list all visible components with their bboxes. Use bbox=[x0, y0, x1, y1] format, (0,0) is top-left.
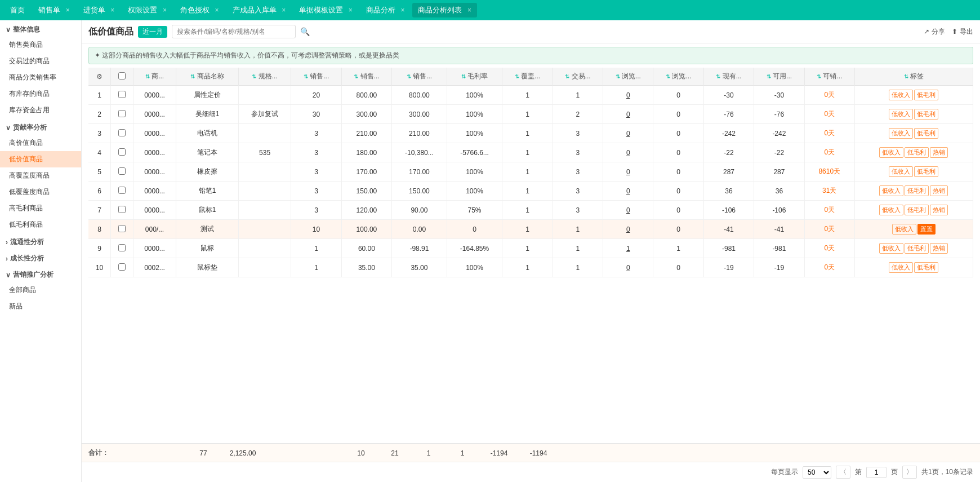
col-saleable[interactable]: ⇅ 可销... bbox=[804, 68, 854, 86]
row-checkbox[interactable] bbox=[118, 110, 126, 117]
row-sales-qty: 10 bbox=[291, 220, 341, 239]
col-settings[interactable]: ⚙ bbox=[88, 68, 111, 86]
close-icon[interactable]: × bbox=[282, 6, 286, 14]
close-icon[interactable]: × bbox=[110, 6, 114, 14]
sidebar-item-category-rate[interactable]: 商品分类销售率 bbox=[0, 69, 81, 86]
row-browse1[interactable]: 0 bbox=[603, 143, 653, 162]
sidebar-item-high-coverage[interactable]: 高覆盖度商品 bbox=[0, 167, 81, 184]
close-icon[interactable]: × bbox=[349, 6, 353, 14]
row-name: 鼠标垫 bbox=[176, 258, 239, 277]
row-checkbox[interactable] bbox=[118, 148, 126, 156]
sidebar-item-in-stock[interactable]: 有库存的商品 bbox=[0, 86, 81, 102]
sidebar-group-overall[interactable]: ∨ 整体信息 bbox=[0, 20, 81, 37]
row-checkbox[interactable] bbox=[118, 263, 126, 271]
nav-home[interactable]: 首页 bbox=[5, 3, 30, 17]
close-icon[interactable]: × bbox=[163, 6, 167, 14]
col-gross-margin[interactable]: ⇅ 毛利率 bbox=[447, 68, 502, 86]
select-all-checkbox[interactable] bbox=[118, 72, 126, 79]
col-available[interactable]: ⇅ 可用... bbox=[754, 68, 804, 86]
row-checkbox[interactable] bbox=[118, 206, 126, 213]
col-coverage[interactable]: ⇅ 覆盖... bbox=[502, 68, 553, 86]
sidebar-item-low-value[interactable]: 低价值商品 bbox=[0, 151, 81, 167]
row-browse2: 0 bbox=[653, 143, 703, 162]
col-name[interactable]: ⇅ 商品名称 bbox=[176, 68, 239, 86]
sidebar-item-low-coverage[interactable]: 低覆盖度商品 bbox=[0, 184, 81, 200]
row-browse1[interactable]: 0 bbox=[603, 258, 653, 277]
nav-analysis[interactable]: 商品分析 × bbox=[360, 3, 411, 17]
nav-purchase[interactable]: 进货单 × bbox=[78, 3, 121, 17]
row-browse1[interactable]: 0 bbox=[603, 86, 653, 105]
sidebar-item-high-margin[interactable]: 高毛利商品 bbox=[0, 200, 81, 216]
row-checkbox-cell[interactable] bbox=[111, 143, 133, 162]
nav-product-stock[interactable]: 产成品入库单 × bbox=[227, 3, 292, 17]
col-current-stock[interactable]: ⇅ 现有... bbox=[703, 68, 754, 86]
row-checkbox-cell[interactable] bbox=[111, 239, 133, 258]
sidebar-item-sales-products[interactable]: 销售类商品 bbox=[0, 37, 81, 53]
col-spec[interactable]: ⇅ 规格... bbox=[238, 68, 291, 86]
sidebar-group-marketing[interactable]: ∨ 营销推广分析 bbox=[0, 266, 81, 282]
row-checkbox[interactable] bbox=[118, 91, 126, 98]
row-browse1[interactable]: 0 bbox=[603, 162, 653, 182]
close-icon[interactable]: × bbox=[215, 6, 219, 14]
page-input[interactable] bbox=[866, 467, 887, 478]
sidebar-group-circulation[interactable]: › 流通性分析 bbox=[0, 233, 81, 249]
table-footer: 合计： 77 2,125.00 10 21 1 1 -1194 -1194 bbox=[82, 443, 980, 462]
col-code[interactable]: ⇅ 商... bbox=[133, 68, 176, 86]
col-checkbox[interactable] bbox=[111, 68, 133, 86]
sidebar-group-growth[interactable]: › 成长性分析 bbox=[0, 249, 81, 266]
nav-analysis-list[interactable]: 商品分析列表 × bbox=[412, 3, 477, 17]
close-icon[interactable]: × bbox=[66, 6, 70, 14]
page-size-select[interactable]: 50 100 bbox=[803, 466, 831, 479]
row-browse1[interactable]: 0 bbox=[603, 105, 653, 124]
sidebar-item-high-value[interactable]: 高价值商品 bbox=[0, 135, 81, 151]
sidebar-item-low-margin[interactable]: 低毛利商品 bbox=[0, 216, 81, 233]
search-icon[interactable]: 🔍 bbox=[300, 27, 310, 36]
export-button[interactable]: ⬆ 导出 bbox=[952, 27, 973, 37]
row-checkbox-cell[interactable] bbox=[111, 220, 133, 239]
sidebar-item-new-products[interactable]: 新品 bbox=[0, 298, 81, 315]
row-checkbox-cell[interactable] bbox=[111, 182, 133, 201]
content-header: 低价值商品 近一月 🔍 ↗ 分享 ⬆ 导出 bbox=[82, 20, 980, 43]
sidebar-item-all-products[interactable]: 全部商品 bbox=[0, 282, 81, 298]
col-sales-amt2[interactable]: ⇅ 销售... bbox=[392, 68, 447, 86]
sidebar-item-capital[interactable]: 库存资金占用 bbox=[0, 102, 81, 118]
date-badge[interactable]: 近一月 bbox=[138, 26, 167, 38]
row-checkbox-cell[interactable] bbox=[111, 258, 133, 277]
row-checkbox[interactable] bbox=[118, 244, 126, 251]
row-checkbox-cell[interactable] bbox=[111, 201, 133, 220]
row-browse1[interactable]: 1 bbox=[603, 239, 653, 258]
row-browse1[interactable]: 0 bbox=[603, 182, 653, 201]
row-checkbox[interactable] bbox=[118, 187, 126, 194]
nav-template[interactable]: 单据模板设置 × bbox=[293, 3, 358, 17]
col-sales-amt1[interactable]: ⇅ 销售... bbox=[341, 68, 391, 86]
share-button[interactable]: ↗ 分享 bbox=[924, 27, 945, 37]
row-browse1[interactable]: 0 bbox=[603, 201, 653, 220]
row-checkbox-cell[interactable] bbox=[111, 86, 133, 105]
row-checkbox-cell[interactable] bbox=[111, 162, 133, 182]
next-page-btn[interactable]: 〉 bbox=[902, 466, 917, 479]
col-browse2[interactable]: ⇅ 浏览... bbox=[653, 68, 703, 86]
nav-sales[interactable]: 销售单 × bbox=[33, 3, 75, 17]
row-sales-qty: 3 bbox=[291, 182, 341, 201]
search-input[interactable] bbox=[172, 25, 296, 38]
close-icon[interactable]: × bbox=[400, 6, 404, 14]
col-browse1[interactable]: ⇅ 浏览... bbox=[603, 68, 653, 86]
row-checkbox[interactable] bbox=[118, 167, 126, 175]
row-checkbox[interactable] bbox=[118, 225, 126, 232]
row-coverage: 1 bbox=[502, 239, 553, 258]
row-browse1[interactable]: 0 bbox=[603, 220, 653, 239]
sidebar-item-traded[interactable]: 交易过的商品 bbox=[0, 53, 81, 69]
col-tags[interactable]: ⇅ 标签 bbox=[854, 68, 973, 86]
nav-permission[interactable]: 权限设置 × bbox=[122, 3, 172, 17]
row-checkbox-cell[interactable] bbox=[111, 105, 133, 124]
col-sales-qty[interactable]: ⇅ 销售... bbox=[291, 68, 341, 86]
row-browse1[interactable]: 0 bbox=[603, 124, 653, 143]
row-checkbox[interactable] bbox=[118, 129, 126, 136]
col-transaction[interactable]: ⇅ 交易... bbox=[553, 68, 603, 86]
close-icon[interactable]: × bbox=[467, 6, 471, 14]
tag-label: 热销 bbox=[930, 147, 948, 158]
row-checkbox-cell[interactable] bbox=[111, 124, 133, 143]
sidebar-group-contribution[interactable]: ∨ 贡献率分析 bbox=[0, 118, 81, 135]
prev-page-btn[interactable]: 〈 bbox=[836, 466, 850, 479]
nav-role[interactable]: 角色授权 × bbox=[175, 3, 225, 17]
